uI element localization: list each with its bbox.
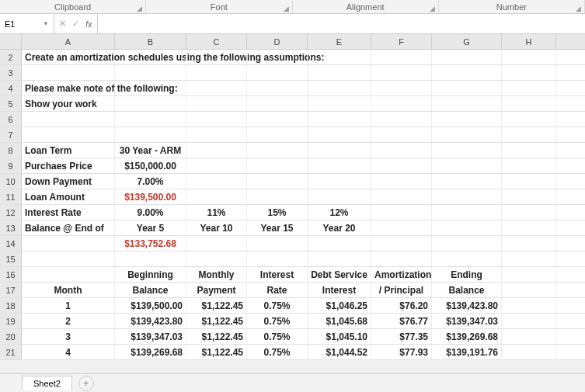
cell[interactable]: Ending [432,267,502,282]
cell[interactable]: $76.20 [371,298,432,313]
row-header[interactable]: 8 [0,143,22,158]
cell[interactable]: Balance @ End of [22,220,115,235]
cell[interactable] [371,96,432,111]
row-header[interactable]: 7 [0,127,22,142]
cell[interactable]: Purchaes Price [22,158,115,173]
cell[interactable] [371,174,432,189]
cell[interactable]: $139,269.68 [432,329,502,344]
cell[interactable] [308,127,371,142]
dialog-launcher-icon[interactable]: ◢ [576,2,581,16]
cell[interactable]: 30 Year - ARM [115,143,186,158]
cell[interactable] [22,112,115,127]
cell[interactable] [502,267,556,282]
cell[interactable] [247,112,308,127]
cell[interactable] [502,205,556,220]
cell[interactable] [432,252,502,266]
cell[interactable] [186,236,247,251]
cell[interactable] [22,127,115,142]
cell[interactable] [186,143,247,158]
cell[interactable] [308,50,371,64]
cell[interactable]: $1,045.10 [308,329,371,344]
cell[interactable] [186,112,247,127]
cell[interactable] [186,158,247,173]
cell[interactable]: Create an amortization schedules using t… [22,50,115,64]
cell[interactable]: Loan Amount [22,189,115,204]
cell[interactable] [186,127,247,142]
dialog-launcher-icon[interactable]: ◢ [430,2,435,16]
cell[interactable] [502,143,556,158]
sheet-tab-active[interactable]: Sheet2 [22,376,72,390]
cell[interactable] [308,236,371,251]
cell[interactable]: $76.77 [371,314,432,328]
cell[interactable] [502,81,556,95]
cell[interactable] [247,174,308,189]
col-header-b[interactable]: B [115,34,186,49]
cell[interactable] [371,143,432,158]
cell[interactable] [247,236,308,251]
cell[interactable] [371,81,432,95]
cell[interactable] [186,252,247,266]
cell[interactable]: $77.93 [371,345,432,359]
cell[interactable] [502,283,556,297]
cell[interactable] [308,65,371,80]
cell[interactable] [247,189,308,204]
cell[interactable] [371,127,432,142]
cell[interactable] [432,205,502,220]
cell[interactable] [115,127,186,142]
cell[interactable]: Show your work [22,96,115,111]
col-header-d[interactable]: D [247,34,308,49]
row-header[interactable]: 4 [0,81,22,95]
cell[interactable]: 0.75% [247,329,308,344]
cell[interactable] [22,252,115,266]
cell[interactable] [502,298,556,313]
cell[interactable] [247,143,308,158]
cell[interactable] [186,96,247,111]
cell[interactable]: $77.35 [371,329,432,344]
cell[interactable]: Amortization [371,267,432,282]
cell[interactable] [371,236,432,251]
cell[interactable] [371,158,432,173]
cell[interactable] [371,50,432,64]
cell[interactable]: $133,752.68 [115,236,186,251]
cell[interactable] [432,50,502,64]
cell[interactable]: 9.00% [115,205,186,220]
row-header[interactable]: 9 [0,158,22,173]
cell[interactable] [502,50,556,64]
cell[interactable] [308,189,371,204]
row-header[interactable]: 19 [0,314,22,328]
cell[interactable]: $150,000.00 [115,158,186,173]
cell[interactable] [502,236,556,251]
cell[interactable] [432,96,502,111]
cell[interactable] [432,127,502,142]
cell[interactable] [247,252,308,266]
cell[interactable]: $139,347.03 [115,329,186,344]
name-box[interactable]: E1 ▼ [0,14,54,33]
add-sheet-button[interactable]: + [78,376,94,391]
cancel-icon[interactable]: ✕ [59,19,66,29]
col-header-g[interactable]: G [432,34,502,49]
cell[interactable] [502,174,556,189]
cell[interactable] [502,158,556,173]
cell[interactable]: Rate [247,283,308,297]
cell[interactable]: Loan Term [22,143,115,158]
cell[interactable] [371,252,432,266]
cell[interactable] [115,96,186,111]
cell[interactable] [247,81,308,95]
col-header-f[interactable]: F [371,34,432,49]
cell[interactable]: / Principal [371,283,432,297]
cell[interactable]: Interest [308,283,371,297]
cell[interactable] [186,189,247,204]
cell[interactable]: 0.75% [247,345,308,359]
cell[interactable] [371,205,432,220]
row-header[interactable]: 20 [0,329,22,344]
cell[interactable]: $139,500.00 [115,189,186,204]
cell[interactable]: $1,122.45 [186,345,247,359]
cell[interactable]: Balance [115,283,186,297]
cell[interactable] [371,189,432,204]
cell[interactable] [186,174,247,189]
col-header-h[interactable]: H [502,34,556,49]
cell[interactable] [432,81,502,95]
cell[interactable] [308,143,371,158]
cell[interactable] [502,329,556,344]
col-header-e[interactable]: E [308,34,371,49]
